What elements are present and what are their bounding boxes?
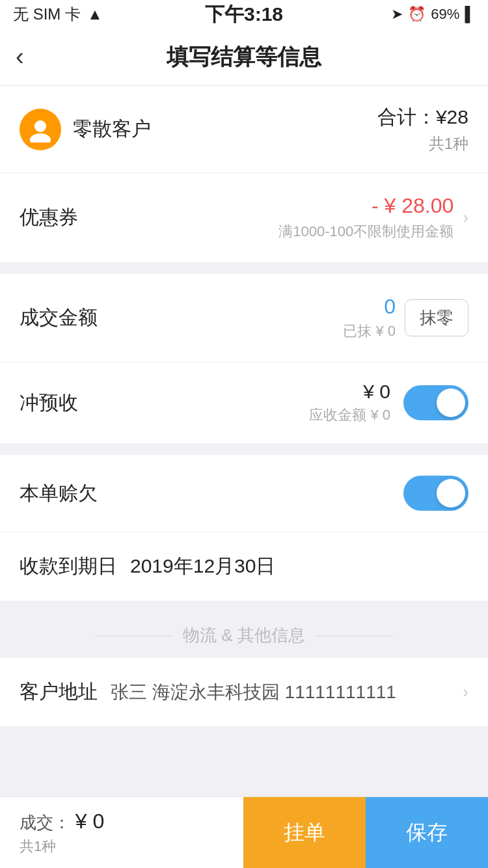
divider-1 <box>0 601 488 612</box>
address-value: 张三 海淀永丰科技园 11111111111 <box>111 680 463 705</box>
status-bar-right: ➤ ⏰ 69% ▌ <box>391 6 475 23</box>
content: 零散客户 合计：¥28 共1种 优惠券 - ¥ 28.00 满1000-100不… <box>0 86 488 868</box>
due-date-row: 收款到期日 2019年12月30日 <box>0 532 488 601</box>
coupon-desc: 满1000-100不限制使用金额 <box>278 222 454 241</box>
coupon-label: 优惠券 <box>20 204 78 231</box>
customer-avatar <box>20 109 61 150</box>
location-icon: ➤ <box>391 6 403 23</box>
bottom-bar: 成交： ¥ 0 共1种 挂单 保存 <box>0 796 488 868</box>
chong-amount: ¥ 0 <box>309 381 390 403</box>
due-date-value: 2019年12月30日 <box>130 553 275 580</box>
coupon-right: - ¥ 28.00 满1000-100不限制使用金额 › <box>278 194 468 241</box>
customer-right: 合计：¥28 共1种 <box>377 104 468 154</box>
status-bar-time: 下午3:18 <box>205 1 283 28</box>
customer-name: 零散客户 <box>73 116 151 142</box>
carrier-label: 无 SIM 卡 <box>13 4 81 25</box>
chong-value-block: ¥ 0 应收金额 ¥ 0 <box>309 381 390 425</box>
chong-sub: 应收金额 ¥ 0 <box>309 405 390 425</box>
battery-label: 69% <box>431 6 459 23</box>
save-button[interactable]: 保存 <box>366 797 488 868</box>
toggle-knob <box>437 388 465 417</box>
coupon-value-block: - ¥ 28.00 满1000-100不限制使用金额 <box>278 194 454 241</box>
deal-amount-label: 成交金额 <box>20 305 98 331</box>
bottom-buttons: 挂单 保存 <box>243 797 488 868</box>
deal-amount-right: 0 已抹 ¥ 0 抹零 <box>343 295 468 341</box>
address-row[interactable]: 客户地址 张三 海淀永丰科技园 11111111111 › <box>0 658 488 726</box>
coupon-amount: - ¥ 28.00 <box>278 194 454 218</box>
svg-point-0 <box>34 120 46 132</box>
chong-toggle[interactable] <box>403 385 468 420</box>
address-chevron-icon: › <box>463 682 468 702</box>
chong-right: ¥ 0 应收金额 ¥ 0 <box>309 381 468 425</box>
bottom-deal-row: 成交： ¥ 0 <box>20 809 224 834</box>
chevron-right-icon: › <box>463 208 468 228</box>
bottom-count: 共1种 <box>20 837 224 856</box>
logistics-label: 物流 & 其他信息 <box>84 624 404 647</box>
chong-label: 冲预收 <box>20 390 78 416</box>
benshen-row: 本单赊欠 <box>0 455 488 532</box>
bottom-deal-amount: ¥ 0 <box>75 809 104 833</box>
page-title: 填写结算等信息 <box>167 42 321 72</box>
customer-left: 零散客户 <box>20 109 151 150</box>
deal-amount-row: 成交金额 0 已抹 ¥ 0 抹零 <box>0 274 488 362</box>
logistics-divider: 物流 & 其他信息 <box>0 612 488 658</box>
coupon-row[interactable]: 优惠券 - ¥ 28.00 满1000-100不限制使用金额 › <box>0 173 488 262</box>
benshen-toggle-knob <box>437 479 465 508</box>
deal-amount-value: 0 <box>343 295 396 319</box>
alarm-icon: ⏰ <box>408 6 426 23</box>
hang-button[interactable]: 挂单 <box>243 797 366 868</box>
bottom-summary: 成交： ¥ 0 共1种 <box>0 809 243 856</box>
nav-bar: ‹ 填写结算等信息 <box>0 29 488 86</box>
back-button[interactable]: ‹ <box>16 43 24 71</box>
total-count: 共1种 <box>377 133 468 154</box>
chong-row: 冲预收 ¥ 0 应收金额 ¥ 0 <box>0 362 488 443</box>
svg-point-1 <box>30 133 51 142</box>
address-label: 客户地址 <box>20 679 98 705</box>
deal-amount-block: 0 已抹 ¥ 0 <box>343 295 396 341</box>
benshen-toggle[interactable] <box>403 476 468 511</box>
deal-sub: 已抹 ¥ 0 <box>343 321 396 341</box>
customer-row: 零散客户 合计：¥28 共1种 <box>0 86 488 172</box>
total-price: 合计：¥28 <box>377 104 468 131</box>
benshen-label: 本单赊欠 <box>20 480 98 507</box>
round-zero-button[interactable]: 抹零 <box>405 299 468 336</box>
due-date-label: 收款到期日 <box>20 553 117 580</box>
status-bar: 无 SIM 卡 ▲ 下午3:18 ➤ ⏰ 69% ▌ <box>0 0 488 29</box>
status-bar-left: 无 SIM 卡 ▲ <box>13 4 103 25</box>
wifi-icon: ▲ <box>87 5 103 23</box>
bottom-deal-label: 成交： <box>20 813 70 832</box>
battery-icon: ▌ <box>465 6 475 23</box>
